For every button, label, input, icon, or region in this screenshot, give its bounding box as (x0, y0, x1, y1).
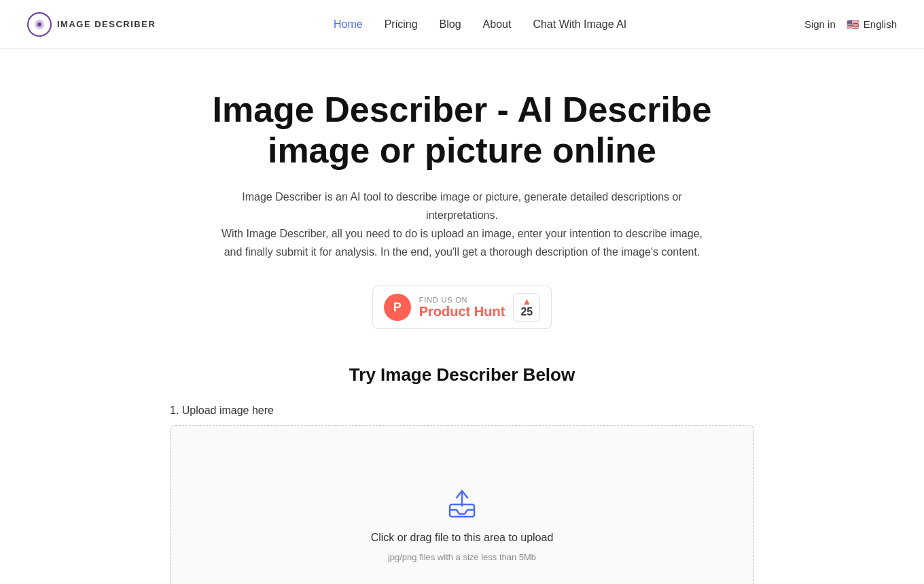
upload-label: 1. Upload image here (170, 405, 754, 417)
logo-text: IMAGE DESCRIBER (57, 19, 156, 29)
upload-text: Click or drag file to this area to uploa… (371, 532, 554, 544)
product-hunt-icon: P (384, 294, 411, 321)
hero-subtitle: Image Describer is an AI tool to describ… (217, 188, 707, 262)
upload-icon (444, 485, 480, 523)
ph-vote-count: 25 (520, 306, 533, 318)
main-content: Image Describer - AI Describe image or p… (156, 49, 768, 584)
upload-area[interactable]: Click or drag file to this area to uploa… (170, 425, 754, 584)
svg-point-2 (37, 22, 41, 27)
language-selector[interactable]: 🇺🇸 English (847, 18, 897, 31)
nav-blog[interactable]: Blog (440, 18, 461, 31)
main-nav: Home Pricing Blog About Chat With Image … (334, 18, 626, 31)
logo[interactable]: IMAGE DESCRIBER (27, 12, 156, 37)
logo-icon (27, 12, 52, 37)
ph-find-label: FIND US ON (419, 296, 505, 304)
try-section-title: Try Image Describer Below (170, 364, 754, 385)
product-hunt-badge[interactable]: P FIND US ON Product Hunt ▲ 25 (372, 286, 552, 329)
nav-home[interactable]: Home (334, 18, 363, 31)
upload-hint: jpg/png files with a size less than 5Mb (388, 552, 536, 562)
upload-section: 1. Upload image here Click or drag file … (170, 405, 754, 584)
language-label: English (864, 18, 897, 30)
flag-icon: 🇺🇸 (847, 18, 859, 31)
ph-arrow-icon: ▲ (522, 296, 531, 306)
nav-chat-image-ai[interactable]: Chat With Image AI (533, 18, 626, 31)
product-hunt-text: FIND US ON Product Hunt (419, 296, 505, 320)
ph-name-label: Product Hunt (419, 304, 505, 320)
sign-in-link[interactable]: Sign in (804, 18, 836, 30)
header-right: Sign in 🇺🇸 English (804, 18, 897, 31)
hero-title: Image Describer - AI Describe image or p… (170, 90, 754, 171)
nav-about[interactable]: About (483, 18, 512, 31)
product-hunt-votes: ▲ 25 (513, 293, 540, 322)
nav-pricing[interactable]: Pricing (385, 18, 418, 31)
header: IMAGE DESCRIBER Home Pricing Blog About … (0, 0, 924, 49)
